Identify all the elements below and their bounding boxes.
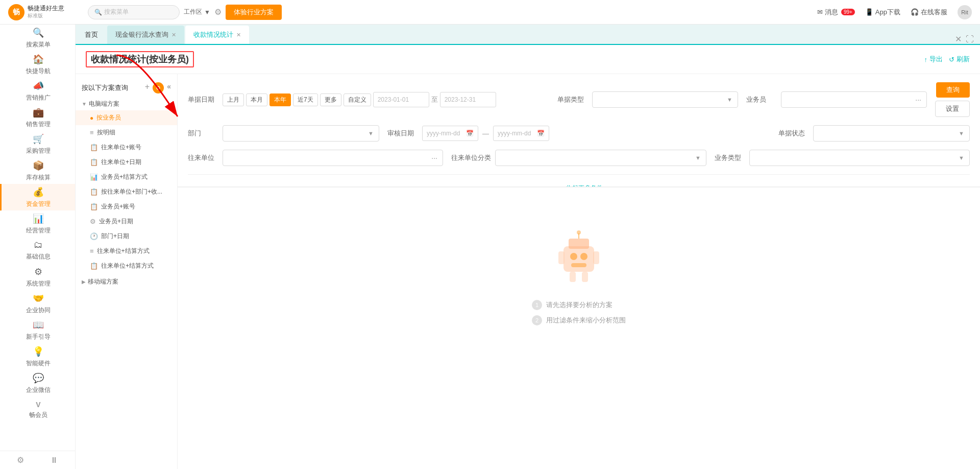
salesman-settle-label: 业务员+结算方式	[101, 173, 148, 181]
wechat-icon: 💬	[33, 372, 44, 384]
empty-step-1: 1 请先选择要分析的方案	[532, 300, 626, 310]
svg-point-3	[580, 253, 587, 260]
date-btn-custom[interactable]: 自定义	[344, 93, 371, 106]
username-label: Rit	[961, 9, 968, 15]
sidebar-item-member[interactable]: V 畅会员	[0, 396, 75, 423]
date-from-input[interactable]: 2023-01-01	[373, 92, 429, 107]
date-btn-last-month[interactable]: 上月	[223, 93, 244, 106]
tab-bank-flow[interactable]: 现金银行流水查询 ✕	[107, 26, 184, 44]
audit-date-to[interactable]: yyyy-mm-dd 📅	[493, 126, 549, 141]
app-download-item[interactable]: 📱 App下载	[865, 8, 900, 17]
scheme-item-salesman-settle[interactable]: 📊 业务员+结算方式	[76, 170, 177, 184]
settings-button[interactable]: 设置	[935, 101, 970, 117]
settings-bottom-icon[interactable]: ⚙	[17, 455, 24, 465]
tab-receipt-stat-close[interactable]: ✕	[236, 32, 241, 38]
message-item[interactable]: ✉ 消息 99+	[817, 8, 855, 17]
scheme-item-salesman-account[interactable]: 📋 业务员+账号	[76, 199, 177, 214]
doc-status-select[interactable]: ▼	[813, 125, 970, 142]
scheme-group-mobile: ▶ 移动端方案	[76, 275, 177, 288]
refresh-button[interactable]: ↺ 刷新	[949, 55, 970, 64]
tab-expand-icon[interactable]: ⛶	[966, 35, 974, 44]
sidebar-item-system[interactable]: ⚙ 系统管理	[0, 264, 75, 290]
filter-salesman-item: 业务员 ···	[746, 91, 927, 108]
sidebar-label-operation: 经营管理	[26, 226, 51, 235]
logo-area: 畅 畅捷通好生意 标准版	[8, 4, 84, 20]
desktop-group-arrow: ▼	[82, 101, 87, 107]
sidebar-item-sales[interactable]: 💼 销售管理	[0, 104, 75, 131]
scheme-item-partner-date[interactable]: 📋 往来单位+日期	[76, 155, 177, 170]
scheme-collapse-icon[interactable]: «	[167, 82, 171, 93]
scheme-item-partner-account[interactable]: 📋 往来单位+账号	[76, 140, 177, 155]
sidebar-item-enterprise[interactable]: 🤝 企业协同	[0, 290, 75, 317]
date-btn-more[interactable]: 更多	[320, 93, 341, 106]
salesman-more-icon[interactable]: ···	[915, 96, 921, 104]
audit-date-label: 审核日期	[387, 129, 418, 138]
sidebar-item-finance[interactable]: 💰 资金管理	[0, 184, 75, 210]
empty-steps: 1 请先选择要分析的方案 2 用过滤条件来缩小分析范围	[532, 300, 626, 325]
sidebar-item-inventory[interactable]: 📦 库存核算	[0, 157, 75, 184]
tab-close-all-icon[interactable]: ✕	[955, 34, 962, 44]
scheme-item-dept-date[interactable]: 🕐 部门+日期	[76, 229, 177, 244]
biz-type-label: 业务类型	[715, 153, 745, 162]
sidebar-item-quick-nav[interactable]: 🏠 快捷导航	[0, 51, 75, 78]
salesman-label: 业务员	[746, 95, 777, 104]
export-button[interactable]: ↑ 导出	[924, 55, 943, 64]
workspace-dropdown[interactable]: 工作区 ▼	[184, 8, 210, 16]
sidebar-bottom: ⚙ ⏸	[0, 451, 75, 469]
main-content: 收款情况统计(按业务员) ↑ 导出 ↺ 刷新 按以下方案查询 + ⚙	[76, 45, 980, 469]
sidebar-item-search-menu[interactable]: 🔍 搜索菜单	[0, 25, 75, 51]
member-icon: V	[36, 401, 40, 409]
header-right: ✉ 消息 99+ 📱 App下载 🎧 在线客服 Rit	[817, 5, 972, 19]
sidebar-item-basic[interactable]: 🗂 基础信息	[0, 237, 75, 264]
sidebar-label-smart-hw: 智能硬件	[26, 359, 51, 368]
scheme-item-by-salesman[interactable]: ● 按业务员	[76, 110, 177, 125]
user-avatar[interactable]: Rit	[958, 5, 972, 19]
settings-icon[interactable]: ⚙	[214, 7, 222, 17]
dept-select[interactable]: ▼	[223, 125, 379, 142]
sidebar-item-wechat[interactable]: 💬 企业微信	[0, 370, 75, 396]
enterprise-icon: 🤝	[33, 293, 44, 304]
biz-type-select[interactable]: ▼	[749, 150, 970, 166]
collapse-button[interactable]: ∧∧ 收起更多条件	[188, 179, 970, 186]
dept-date-label: 部门+日期	[101, 232, 129, 241]
salesman-settle-icon: 📊	[90, 173, 98, 181]
salesman-select[interactable]: ···	[781, 91, 927, 108]
scheme-item-by-detail[interactable]: ≡ 按明细	[76, 125, 177, 140]
sidebar-item-smart-hw[interactable]: 💡 智能硬件	[0, 343, 75, 370]
sidebar-item-operation[interactable]: 📊 经营管理	[0, 210, 75, 237]
sidebar-item-purchase[interactable]: 🛒 采购管理	[0, 131, 75, 157]
trial-button[interactable]: 体验行业方案	[226, 5, 282, 20]
scheme-settings-icon[interactable]: ⚙	[153, 82, 164, 93]
query-button[interactable]: 查询	[936, 82, 970, 98]
header-search-box[interactable]: 🔍 搜索菜单	[88, 5, 180, 19]
filter-area: 单据日期 上月 本月 本年 近7天 更多 自定义 2023-01-01 至	[178, 74, 980, 186]
partner-select[interactable]: ···	[223, 150, 443, 166]
doc-type-select[interactable]: ▼	[592, 91, 738, 108]
result-area: 1 请先选择要分析的方案 2 用过滤条件来缩小分析范围	[178, 187, 980, 469]
scheme-add-icon[interactable]: +	[145, 82, 150, 93]
partner-cat-select[interactable]: ▼	[495, 150, 706, 166]
pause-icon[interactable]: ⏸	[50, 456, 58, 465]
tab-bank-flow-close[interactable]: ✕	[172, 32, 176, 38]
scheme-item-partner-dept[interactable]: 📋 按往来单位+部门+收...	[76, 184, 177, 199]
sidebar-item-guide[interactable]: 📖 新手引导	[0, 317, 75, 343]
search-placeholder: 搜索菜单	[104, 8, 129, 16]
purchase-icon: 🛒	[33, 133, 44, 145]
scheme-item-partner-settle2[interactable]: 📋 往来单位+结算方式	[76, 259, 177, 273]
sidebar-item-marketing[interactable]: 📣 营销推广	[0, 78, 75, 104]
tab-home[interactable]: 首页	[77, 26, 106, 44]
sidebar-label-member: 畅会员	[29, 411, 47, 419]
scheme-item-salesman-date[interactable]: ⚙ 业务员+日期	[76, 214, 177, 229]
date-to-input[interactable]: 2023-12-31	[440, 92, 496, 107]
scheme-group-desktop-title[interactable]: ▼ 电脑端方案	[76, 98, 177, 110]
date-btn-7days[interactable]: 近7天	[293, 93, 318, 106]
online-service-item[interactable]: 🎧 在线客服	[911, 8, 947, 17]
scheme-item-partner-settle1[interactable]: ≡ 往来单位+结算方式	[76, 244, 177, 259]
audit-date-from[interactable]: yyyy-mm-dd 📅	[422, 126, 478, 141]
partner-more-icon[interactable]: ···	[431, 154, 437, 162]
date-btn-this-month[interactable]: 本月	[246, 93, 267, 106]
date-btn-this-year[interactable]: 本年	[270, 93, 291, 106]
tab-receipt-stat[interactable]: 收款情况统计 ✕	[185, 26, 249, 44]
scheme-group-mobile-title[interactable]: ▶ 移动端方案	[76, 275, 177, 288]
partner-settle1-label: 往来单位+结算方式	[97, 247, 150, 255]
